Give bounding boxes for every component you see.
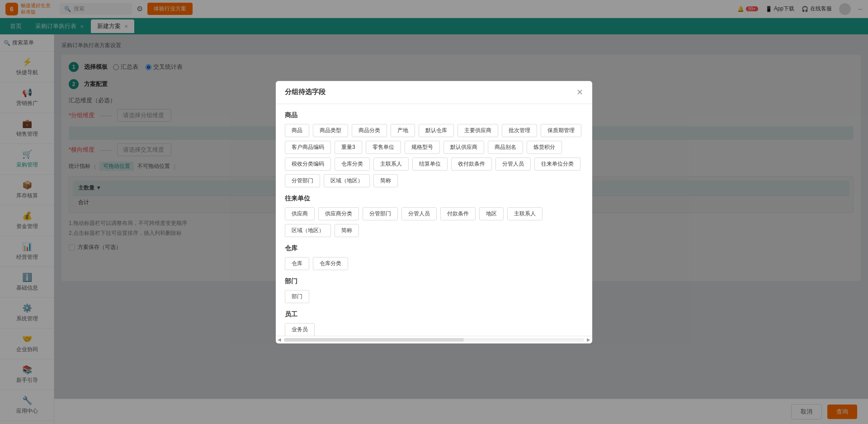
scroll-left-icon[interactable]: ◀: [278, 337, 281, 342]
field-tag-炼货积分[interactable]: 炼货积分: [527, 141, 562, 154]
section-title-dept: 部门: [285, 277, 583, 286]
section-partner: 往来单位供应商供应商分类分管部门分管人员付款条件地区主联系人区域（地区）简称: [285, 195, 583, 237]
field-tags-goods: 商品商品类型商品分类产地默认仓库主要供应商批次管理保质期管理客户商品编码重量3零…: [285, 124, 583, 187]
section-title-employee: 员工: [285, 310, 583, 319]
field-tag-主联系人[interactable]: 主联系人: [507, 207, 542, 220]
field-tag-付款条件[interactable]: 付款条件: [440, 207, 476, 220]
modal-title: 分组待选字段: [285, 88, 326, 96]
field-tag-仓库分类[interactable]: 仓库分类: [313, 257, 348, 270]
field-tag-区域（地区）[interactable]: 区域（地区）: [324, 174, 370, 187]
section-title-goods: 商品: [285, 111, 583, 119]
field-tag-税收分类编码[interactable]: 税收分类编码: [285, 157, 331, 171]
field-tag-供应商[interactable]: 供应商: [285, 207, 315, 220]
section-warehouse: 仓库仓库仓库分类: [285, 244, 583, 270]
field-tag-商品别名[interactable]: 商品别名: [488, 141, 523, 154]
field-tag-区域（地区）[interactable]: 区域（地区）: [285, 224, 331, 237]
field-tag-结算单位[interactable]: 结算单位: [412, 157, 448, 171]
modal-close-icon[interactable]: ✕: [576, 87, 583, 97]
field-tag-分管人员[interactable]: 分管人员: [401, 207, 437, 220]
field-tag-重量3[interactable]: 重量3: [335, 141, 362, 154]
field-tags-dept: 部门: [285, 290, 583, 303]
field-tag-产地[interactable]: 产地: [391, 124, 415, 137]
scroll-thumb: [284, 338, 464, 342]
modal-header: 分组待选字段 ✕: [276, 81, 592, 104]
scroll-track: [284, 338, 584, 342]
field-tags-partner: 供应商供应商分类分管部门分管人员付款条件地区主联系人区域（地区）简称: [285, 207, 583, 237]
modal-scrollbar-area: ◀ ▶: [276, 336, 592, 343]
field-tag-地区[interactable]: 地区: [479, 207, 504, 220]
section-dept: 部门部门: [285, 277, 583, 303]
field-tag-默认供应商[interactable]: 默认供应商: [443, 141, 484, 154]
scroll-right-icon[interactable]: ▶: [587, 337, 590, 342]
field-tag-仓库[interactable]: 仓库: [285, 257, 309, 270]
field-tag-批次管理[interactable]: 批次管理: [502, 124, 537, 137]
field-tag-默认仓库[interactable]: 默认仓库: [419, 124, 454, 137]
field-tag-业务员[interactable]: 业务员: [285, 323, 315, 336]
field-tag-往来单位分类[interactable]: 往来单位分类: [534, 157, 580, 171]
field-tag-供应商分类[interactable]: 供应商分类: [318, 207, 359, 220]
field-tag-商品分类[interactable]: 商品分类: [352, 124, 387, 137]
field-tag-部门[interactable]: 部门: [285, 290, 309, 303]
field-tag-零售单位[interactable]: 零售单位: [366, 141, 401, 154]
field-tag-简称[interactable]: 简称: [335, 224, 359, 237]
field-tag-分管人员[interactable]: 分管人员: [495, 157, 531, 171]
field-tag-商品类型[interactable]: 商品类型: [313, 124, 348, 137]
field-tag-分管部门[interactable]: 分管部门: [285, 174, 320, 187]
modal-overlay: 分组待选字段 ✕ 商品商品商品类型商品分类产地默认仓库主要供应商批次管理保质期管…: [0, 0, 868, 424]
field-tag-收付款条件[interactable]: 收付款条件: [451, 157, 492, 171]
section-goods: 商品商品商品类型商品分类产地默认仓库主要供应商批次管理保质期管理客户商品编码重量…: [285, 111, 583, 187]
field-tag-主联系人[interactable]: 主联系人: [373, 157, 409, 171]
field-tag-分管部门[interactable]: 分管部门: [363, 207, 398, 220]
field-tag-客户商品编码[interactable]: 客户商品编码: [285, 141, 331, 154]
field-tags-employee: 业务员: [285, 323, 583, 336]
modal-body: 商品商品商品类型商品分类产地默认仓库主要供应商批次管理保质期管理客户商品编码重量…: [276, 104, 592, 336]
modal-dialog: 分组待选字段 ✕ 商品商品商品类型商品分类产地默认仓库主要供应商批次管理保质期管…: [276, 81, 592, 343]
field-tag-仓库分类[interactable]: 仓库分类: [335, 157, 370, 171]
field-tag-保质期管理[interactable]: 保质期管理: [541, 124, 581, 137]
field-tags-warehouse: 仓库仓库分类: [285, 257, 583, 270]
section-title-warehouse: 仓库: [285, 244, 583, 252]
section-title-partner: 往来单位: [285, 195, 583, 203]
field-tag-简称[interactable]: 简称: [373, 174, 398, 187]
field-tag-商品[interactable]: 商品: [285, 124, 309, 137]
field-tag-主要供应商[interactable]: 主要供应商: [458, 124, 498, 137]
section-employee: 员工业务员: [285, 310, 583, 336]
field-tag-规格型号[interactable]: 规格型号: [405, 141, 440, 154]
